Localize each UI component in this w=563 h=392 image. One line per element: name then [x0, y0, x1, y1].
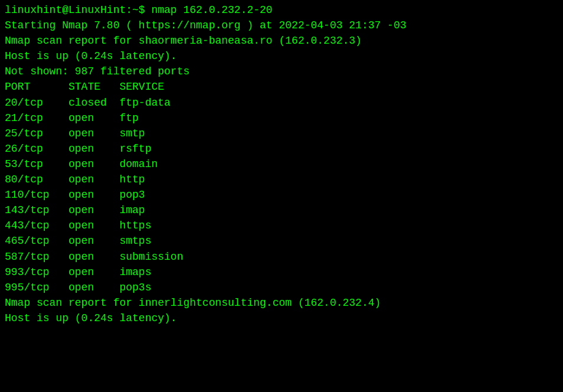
port-110: 110/tcp open pop3: [5, 187, 558, 202]
scan-report-1: Nmap scan report for shaormeria-baneasa.…: [5, 33, 558, 48]
port-465: 465/tcp open smtps: [5, 233, 558, 249]
scan-report-2: Nmap scan report for innerlightconsultin…: [5, 295, 558, 311]
port-53: 53/tcp open domain: [5, 156, 558, 172]
port-443: 443/tcp open https: [5, 218, 558, 233]
cmd-line: linuxhint@LinuxHint:~$ nmap 162.0.232.2-…: [5, 2, 558, 18]
not-shown: Not shown: 987 filtered ports: [5, 64, 558, 79]
port-26: 26/tcp open rsftp: [5, 141, 558, 156]
host-up-1: Host is up (0.24s latency).: [5, 48, 558, 64]
port-995: 995/tcp open pop3s: [5, 280, 558, 295]
port-20: 20/tcp closed ftp-data: [5, 95, 558, 110]
terminal: linuxhint@LinuxHint:~$ nmap 162.0.232.2-…: [0, 0, 563, 392]
port-587: 587/tcp open submission: [5, 249, 558, 264]
host-up-2: Host is up (0.24s latency).: [5, 311, 558, 326]
starting: Starting Nmap 7.80 ( https://nmap.org ) …: [5, 18, 558, 33]
header: PORT STATE SERVICE: [5, 79, 558, 94]
port-80: 80/tcp open http: [5, 172, 558, 187]
port-21: 21/tcp open ftp: [5, 110, 558, 126]
port-993: 993/tcp open imaps: [5, 264, 558, 280]
port-25: 25/tcp open smtp: [5, 126, 558, 141]
port-143: 143/tcp open imap: [5, 202, 558, 218]
